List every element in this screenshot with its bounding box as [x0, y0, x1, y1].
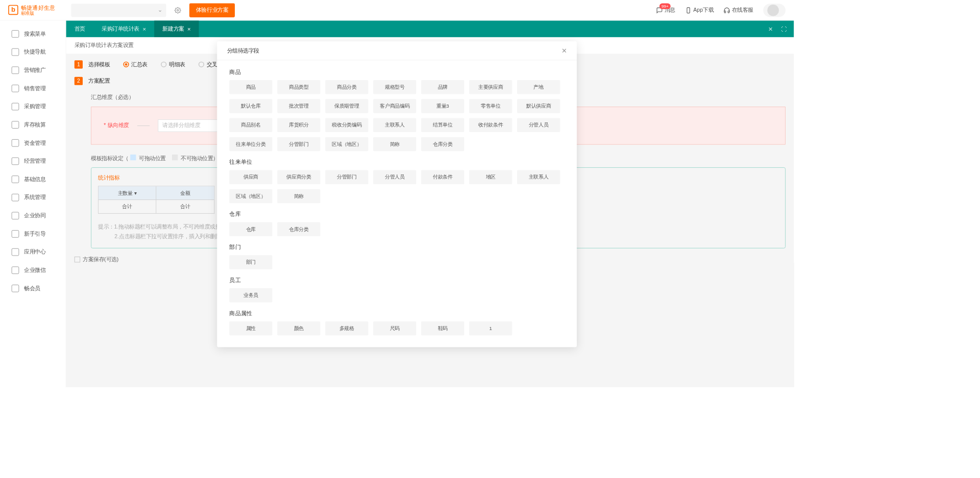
field-chip[interactable]: 分管人员: [517, 118, 560, 133]
field-chip[interactable]: 主要供应商: [469, 80, 512, 94]
field-chip[interactable]: 产地: [517, 80, 560, 94]
field-chip[interactable]: 商品分类: [325, 80, 368, 94]
field-chip[interactable]: 1: [469, 321, 512, 336]
field-group-title: 员工: [230, 277, 565, 285]
field-chip[interactable]: 结算单位: [421, 118, 464, 133]
field-chip[interactable]: 地区: [469, 170, 512, 185]
field-chip[interactable]: 税收分类编码: [325, 118, 368, 133]
modal-close-icon[interactable]: ✕: [561, 47, 567, 55]
field-chip[interactable]: 分管部门: [278, 137, 321, 152]
field-chip[interactable]: 分管人员: [373, 170, 416, 185]
field-chip[interactable]: 客户商品编码: [373, 99, 416, 114]
field-chip[interactable]: 主联系人: [373, 118, 416, 133]
field-chip[interactable]: 区域（地区）: [230, 189, 273, 204]
field-chip[interactable]: 品牌: [421, 80, 464, 94]
field-chip[interactable]: 业务员: [230, 289, 273, 303]
field-group-title: 商品属性: [230, 310, 565, 318]
field-chip[interactable]: 商品类型: [278, 80, 321, 94]
field-chip[interactable]: 默认供应商: [517, 99, 560, 114]
field-chip[interactable]: 库货积分: [278, 118, 321, 133]
field-chip[interactable]: 保质期管理: [325, 99, 368, 114]
field-chip[interactable]: 仓库分类: [278, 222, 321, 237]
field-chip[interactable]: 供应商分类: [278, 170, 321, 185]
field-group-title: 仓库: [230, 211, 565, 218]
field-chip[interactable]: 属性: [230, 321, 273, 336]
field-chip[interactable]: 零售单位: [469, 99, 512, 114]
field-chip[interactable]: 默认仓库: [230, 99, 273, 114]
field-chip[interactable]: 尺码: [373, 321, 416, 336]
field-chip[interactable]: 重量3: [421, 99, 464, 114]
field-chip[interactable]: 收付款条件: [469, 118, 512, 133]
field-chip[interactable]: 供应商: [230, 170, 273, 185]
group-fields-modal: 分组待选字段 ✕ 商品商品商品类型商品分类规格型号品牌主要供应商产地默认仓库批次…: [217, 41, 577, 347]
field-chip[interactable]: 区域（地区）: [325, 137, 368, 152]
field-chip[interactable]: 规格型号: [373, 80, 416, 94]
field-chip[interactable]: 部门: [230, 256, 273, 270]
field-chip[interactable]: 多规格: [325, 321, 368, 336]
field-chip[interactable]: 简称: [278, 189, 321, 204]
field-chip[interactable]: 批次管理: [278, 99, 321, 114]
field-chip[interactable]: 商品别名: [230, 118, 273, 133]
field-chip[interactable]: 付款条件: [421, 170, 464, 185]
field-chip[interactable]: 商品: [230, 80, 273, 94]
field-chip[interactable]: 仓库分类: [421, 137, 464, 152]
field-chip[interactable]: 鞋码: [421, 321, 464, 336]
field-group-title: 商品: [230, 69, 565, 77]
field-chip[interactable]: 简称: [373, 137, 416, 152]
field-group-title: 部门: [230, 244, 565, 251]
field-chip[interactable]: 颜色: [278, 321, 321, 336]
field-chip[interactable]: 主联系人: [517, 170, 560, 185]
modal-title: 分组待选字段: [227, 47, 259, 55]
field-chip[interactable]: 分管部门: [325, 170, 368, 185]
modal-horizontal-scrollbar[interactable]: [217, 342, 577, 347]
field-group-title: 往来单位: [230, 159, 565, 166]
field-chip[interactable]: 仓库: [230, 222, 273, 237]
field-chip[interactable]: 往来单位分类: [230, 137, 273, 152]
